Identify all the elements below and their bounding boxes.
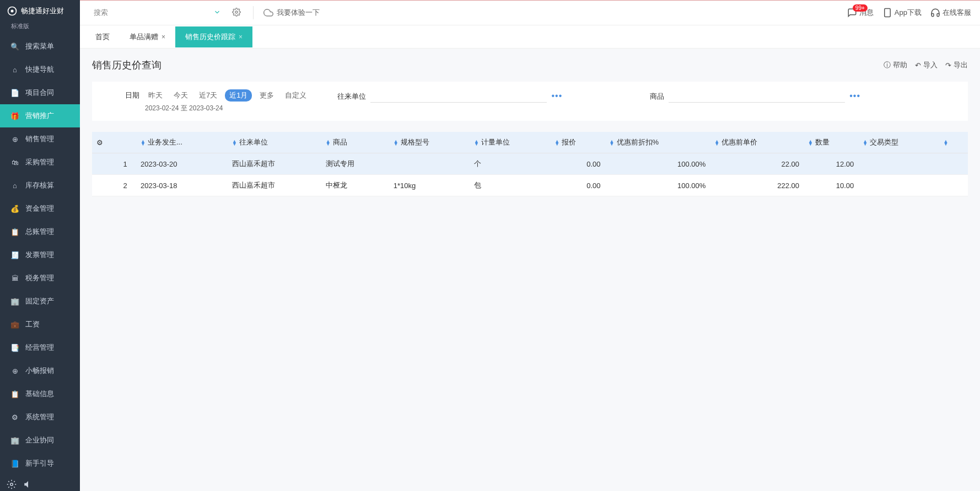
column-header-12[interactable]: ▲▼ xyxy=(939,132,968,153)
sidebar-item-10[interactable]: 🏛税务管理 xyxy=(0,266,80,290)
column-header-11[interactable]: ▲▼交易类型 xyxy=(858,132,939,153)
sidebar-item-2[interactable]: 📄项目合同 xyxy=(0,81,80,104)
column-header-5[interactable]: ▲▼规格型号 xyxy=(389,132,470,153)
date-option-3[interactable]: 近1月 xyxy=(225,89,252,102)
sort-icon: ▲▼ xyxy=(141,140,146,146)
close-icon[interactable]: × xyxy=(239,33,243,41)
sort-icon: ▲▼ xyxy=(326,140,331,146)
try-label: 我要体验一下 xyxy=(277,8,320,18)
partner-more-icon[interactable]: ••• xyxy=(551,91,562,101)
divider xyxy=(253,6,254,19)
date-option-2[interactable]: 近7天 xyxy=(196,89,220,102)
sidebar-item-label: 项目合同 xyxy=(25,88,54,98)
import-button[interactable]: ↶ 导入 xyxy=(915,60,938,70)
tab-2[interactable]: 销售历史价跟踪× xyxy=(175,26,252,47)
partner-input[interactable] xyxy=(370,89,547,103)
column-header-10[interactable]: ▲▼数量 xyxy=(804,132,858,153)
sidebar-icon-14: ⊕ xyxy=(10,366,20,376)
sidebar-icon-5: 🛍 xyxy=(10,157,20,167)
sort-icon: ▲▼ xyxy=(610,140,615,146)
sidebar-item-label: 基础信息 xyxy=(25,389,54,399)
column-header-3[interactable]: ▲▼往来单位 xyxy=(228,132,321,153)
sidebar-item-4[interactable]: ⊕销售管理 xyxy=(0,127,80,151)
sidebar-icon-17: 🏢 xyxy=(10,435,20,445)
date-option-0[interactable]: 昨天 xyxy=(145,89,166,102)
sidebar-item-8[interactable]: 📋总账管理 xyxy=(0,220,80,243)
sidebar-item-label: 发票管理 xyxy=(25,250,54,260)
cell: 西山嘉禾超市 xyxy=(228,153,321,175)
column-header-4[interactable]: ▲▼商品 xyxy=(321,132,389,153)
tab-0[interactable]: 首页 xyxy=(85,26,120,47)
sidebar-icon-0: 🔍 xyxy=(10,41,20,51)
sidebar-icon-16: ⚙ xyxy=(10,412,20,422)
settings-icon[interactable] xyxy=(230,6,243,20)
sidebar-item-1[interactable]: ⌂快捷导航 xyxy=(0,58,80,81)
sidebar-item-label: 营销推广 xyxy=(25,111,54,121)
sidebar-item-16[interactable]: ⚙系统管理 xyxy=(0,405,80,429)
app-download-button[interactable]: App下载 xyxy=(882,8,922,18)
cell: 222.00 xyxy=(710,175,804,196)
sound-icon[interactable] xyxy=(23,479,33,489)
product-more-icon[interactable]: ••• xyxy=(849,91,860,101)
column-header-6[interactable]: ▲▼计量单位 xyxy=(470,132,550,153)
sidebar: 畅捷通好业财 标准版 🔍搜索菜单⌂快捷导航📄项目合同🎁营销推广⊕销售管理🛍采购管… xyxy=(0,0,80,491)
svg-rect-4 xyxy=(885,9,891,17)
table-row[interactable]: 22023-03-18西山嘉禾超市中桠龙1*10kg包0.00100.00%22… xyxy=(92,175,968,196)
column-header-2[interactable]: ▲▼业务发生... xyxy=(136,132,228,153)
sidebar-item-3[interactable]: 🎁营销推广 xyxy=(0,104,80,127)
sidebar-item-18[interactable]: 📘新手引导 xyxy=(0,452,80,475)
message-button[interactable]: 99+ 消息 xyxy=(847,8,874,18)
sidebar-item-12[interactable]: 💼工资 xyxy=(0,313,80,336)
column-header-7[interactable]: ▲▼报价 xyxy=(550,132,605,153)
column-header-1[interactable] xyxy=(114,132,136,153)
tabs-bar: 首页单品满赠×销售历史价跟踪× xyxy=(80,25,980,49)
date-option-5[interactable]: 自定义 xyxy=(282,89,310,102)
column-label: 规格型号 xyxy=(401,138,429,146)
product-input[interactable] xyxy=(669,89,845,103)
column-header-9[interactable]: ▲▼优惠前单价 xyxy=(710,132,804,153)
cell: 2023-03-20 xyxy=(136,153,228,175)
close-icon[interactable]: × xyxy=(161,33,165,41)
tab-1[interactable]: 单品满赠× xyxy=(120,26,175,47)
column-header-8[interactable]: ▲▼优惠前折扣% xyxy=(605,132,710,153)
column-label: 报价 xyxy=(562,138,576,146)
brand-edition: 标准版 xyxy=(0,22,80,35)
tab-label: 销售历史价跟踪 xyxy=(185,32,235,42)
table-row[interactable]: 12023-03-20西山嘉禾超市测试专用个0.00100.00%22.0012… xyxy=(92,153,968,175)
date-option-4[interactable]: 更多 xyxy=(256,89,277,102)
sidebar-item-6[interactable]: ⌂库存核算 xyxy=(0,174,80,197)
sidebar-item-7[interactable]: 💰资金管理 xyxy=(0,197,80,220)
date-option-1[interactable]: 今天 xyxy=(170,89,191,102)
export-button[interactable]: ↷ 导出 xyxy=(945,60,968,70)
sidebar-item-0[interactable]: 🔍搜索菜单 xyxy=(0,35,80,58)
sidebar-item-13[interactable]: 📑经营管理 xyxy=(0,336,80,359)
sidebar-item-5[interactable]: 🛍采购管理 xyxy=(0,151,80,174)
product-filter: 商品 ••• xyxy=(650,89,935,103)
import-icon: ↶ xyxy=(915,61,921,70)
chevron-down-icon[interactable] xyxy=(211,6,223,20)
support-button[interactable]: 在线客服 xyxy=(930,8,971,18)
table-container: ⚙▲▼业务发生...▲▼往来单位▲▼商品▲▼规格型号▲▼计量单位▲▼报价▲▼优惠… xyxy=(80,132,980,491)
try-experience-button[interactable]: 我要体验一下 xyxy=(263,8,320,18)
cell xyxy=(92,153,114,175)
column-label: 业务发生... xyxy=(148,138,182,146)
sidebar-footer xyxy=(0,475,80,491)
sort-icon: ▲▼ xyxy=(808,140,813,146)
gear-icon[interactable] xyxy=(7,479,17,489)
sidebar-item-label: 固定资产 xyxy=(25,296,54,306)
gear-icon[interactable]: ⚙ xyxy=(96,138,103,147)
sidebar-item-11[interactable]: 🏢固定资产 xyxy=(0,290,80,313)
sidebar-item-15[interactable]: 📋基础信息 xyxy=(0,382,80,405)
product-label: 商品 xyxy=(650,90,664,102)
sidebar-icon-2: 📄 xyxy=(10,88,20,98)
sidebar-item-14[interactable]: ⊕小畅报销 xyxy=(0,359,80,382)
sidebar-item-17[interactable]: 🏢企业协同 xyxy=(0,429,80,452)
cell xyxy=(939,153,968,175)
sidebar-item-label: 新手引导 xyxy=(25,458,54,468)
cell: 100.00% xyxy=(605,153,710,175)
search-input[interactable]: 搜索 xyxy=(89,5,204,20)
message-badge: 99+ xyxy=(853,4,868,12)
column-header-0[interactable]: ⚙ xyxy=(92,132,114,153)
sidebar-item-9[interactable]: 🧾发票管理 xyxy=(0,243,80,266)
help-button[interactable]: ⓘ 帮助 xyxy=(884,60,907,70)
